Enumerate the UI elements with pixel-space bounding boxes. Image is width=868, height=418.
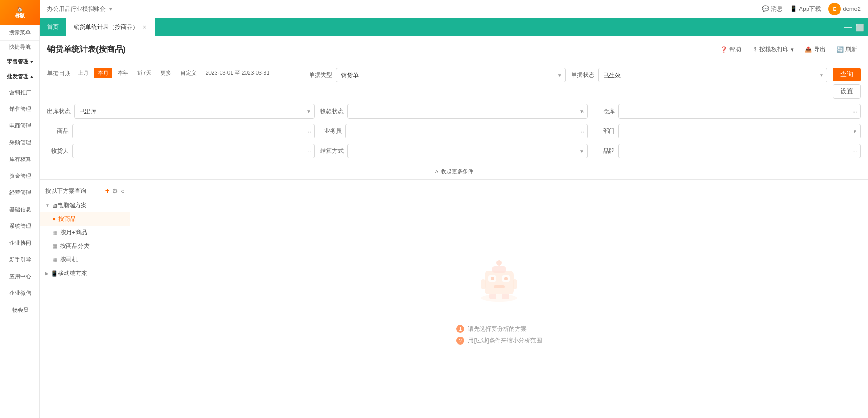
date-tab-this-year[interactable]: 本年 (114, 68, 132, 78)
topbar-app-download[interactable]: 📱 App下载 (790, 5, 821, 13)
scheme-header: 按以下方案查询 + ⚙ « (40, 183, 130, 199)
svg-point-4 (491, 277, 494, 280)
sidebar-item-vip[interactable]: 畅会员 (0, 302, 39, 318)
scheme-group-pc-header[interactable]: ▼ 🖥 电脑端方案 (40, 199, 130, 212)
scheme-group-pc: ▼ 🖥 电脑端方案 ● 按商品 ▦ 按月+商品 (40, 199, 130, 266)
date-tab-last-month[interactable]: 上月 (74, 68, 92, 78)
scheme-panel: 按以下方案查询 + ⚙ « ▼ 🖥 电脑端方案 (40, 180, 130, 418)
sidebar-item-basic[interactable]: 基础信息 (0, 201, 39, 218)
tab-sales-stats[interactable]: 销货单统计表（按商品） × (66, 18, 155, 36)
payment-status-dots[interactable]: ··· (579, 108, 584, 115)
scheme-item-by-category-icon: ▦ (52, 243, 57, 249)
help-btn[interactable]: ❓ 帮助 (717, 43, 745, 55)
template-print-label: 按模板打印 (760, 45, 789, 53)
sidebar-item-ecommerce[interactable]: 电商管理 (0, 118, 39, 134)
whole-page: 销货单统计表(按商品) ❓ 帮助 🖨 按模板打印 ▾ 📤 导出 (40, 36, 868, 418)
receiver-input[interactable] (72, 144, 315, 158)
tip-text-2: 用[过滤]条件来缩小分析范围 (468, 337, 542, 345)
date-range-display: 2023-03-01 至 2023-03-31 (206, 69, 269, 77)
svg-point-0 (481, 294, 517, 302)
topbar-dropdown[interactable]: ▾ (109, 6, 112, 12)
collapse-label: ∧ 收起更多条件 (434, 168, 473, 175)
empty-tips: 1 请先选择要分析的方案 2 用[过滤]条件来缩小分析范围 (456, 325, 542, 345)
doc-status-select[interactable]: 已生效 (598, 68, 827, 82)
svg-rect-6 (494, 285, 505, 288)
sidebar-item-operations[interactable]: 经营管理 (0, 185, 39, 201)
username-label: demo2 (843, 5, 861, 12)
tab-close-sales-stats[interactable]: × (142, 23, 147, 31)
sidebar-item-enterprise[interactable]: 企业协同 (0, 235, 39, 252)
scheme-item-by-driver-icon: ▦ (52, 256, 57, 263)
sidebar-item-wechat[interactable]: 企业微信 (0, 285, 39, 302)
topbar: 办公用品行业模拟账套 ▾ 💬 消息 📱 App下载 E demo2 (40, 0, 868, 18)
logo[interactable]: 🏠 标版 (0, 0, 40, 25)
svg-rect-12 (502, 294, 509, 299)
topbar-user[interactable]: E demo2 (828, 3, 861, 15)
tip-number-2: 2 (456, 337, 464, 345)
brand-input[interactable] (618, 144, 861, 158)
date-tab-this-month[interactable]: 本月 (94, 68, 112, 78)
topbar-left: 办公用品行业模拟账套 ▾ (47, 5, 112, 13)
salesperson-input[interactable] (345, 124, 588, 138)
payment-status-input[interactable] (347, 104, 588, 119)
export-label: 导出 (814, 45, 826, 53)
date-tab-7days[interactable]: 近7天 (134, 68, 155, 78)
avatar: E (828, 3, 841, 15)
brand-dots[interactable]: ··· (852, 148, 857, 155)
department-select[interactable] (618, 124, 861, 138)
scheme-item-by-category[interactable]: ▦ 按商品分类 (40, 239, 130, 253)
filter-area: 单据日期 上月 本月 本年 近7天 更多 自定义 (40, 61, 868, 180)
tab-sales-stats-label: 销货单统计表（按商品） (74, 23, 138, 31)
query-btn[interactable]: 查询 (833, 68, 861, 81)
doc-type-select[interactable]: 销货单 (336, 68, 565, 82)
sidebar-item-system[interactable]: 系统管理 (0, 218, 39, 235)
sidebar-quicknav-label[interactable]: 快捷导航 (9, 44, 31, 50)
sidebar-search-label[interactable]: 搜索菜单 (9, 29, 31, 36)
goods-input[interactable] (72, 124, 315, 138)
warehouse-input[interactable] (618, 104, 861, 119)
sidebar-item-newguide[interactable]: 新手引导 (0, 252, 39, 268)
sidebar-item-marketing[interactable]: 营销推广 (0, 84, 39, 101)
receiver-dots[interactable]: ··· (306, 148, 311, 155)
app-download-label: App下载 (799, 5, 821, 13)
svg-rect-9 (481, 279, 486, 289)
page-header-area: 销货单统计表(按商品) ❓ 帮助 🖨 按模板打印 ▾ 📤 导出 (40, 36, 868, 61)
date-tab-custom[interactable]: 自定义 (177, 68, 200, 78)
refresh-btn[interactable]: 🔄 刷新 (833, 43, 861, 55)
tabbar-right-icons: — ⬜ (844, 23, 868, 32)
sidebar-item-retail[interactable]: 零售管理 ▼ (0, 54, 39, 69)
tab-minimize-icon[interactable]: — (844, 23, 852, 31)
topbar-message[interactable]: 💬 消息 (762, 5, 783, 13)
sidebar-item-finance[interactable]: 资金管理 (0, 168, 39, 185)
top-actions: ❓ 帮助 🖨 按模板打印 ▾ 📤 导出 🔄 刷新 (717, 43, 861, 55)
warehouse-dots[interactable]: ··· (852, 108, 857, 115)
sidebar-item-wholesale[interactable]: 批发管理 ▲ (0, 69, 39, 84)
scheme-item-by-driver[interactable]: ▦ 按司机 (40, 253, 130, 266)
salesperson-dots[interactable]: ··· (579, 128, 584, 135)
payment-method-select[interactable] (347, 144, 588, 158)
scheme-item-by-goods[interactable]: ● 按商品 (40, 212, 130, 226)
refresh-label: 刷新 (845, 45, 857, 53)
goods-dots[interactable]: ··· (306, 128, 311, 135)
warehouse-status-select[interactable]: 已出库 (74, 104, 315, 119)
sidebar-item-appcenter[interactable]: 应用中心 (0, 268, 39, 285)
settings-btn[interactable]: 设置 (833, 84, 861, 99)
date-tab-more[interactable]: 更多 (157, 68, 175, 78)
scheme-settings-icon[interactable]: ⚙ (112, 187, 118, 195)
sidebar-item-sales[interactable]: 销售管理 (0, 101, 39, 118)
sidebar-search-section: 搜索菜单 (0, 25, 39, 41)
print-dropdown-icon[interactable]: ▾ (791, 46, 794, 53)
scheme-add-icon[interactable]: + (105, 187, 109, 195)
sidebar: 🏠 标版 搜索菜单 快捷导航 零售管理 ▼ 批发管理 ▲ 营销推广 销售管理 电… (0, 0, 40, 418)
sidebar-item-purchase[interactable]: 采购管理 (0, 134, 39, 151)
export-btn[interactable]: 📤 导出 (801, 43, 829, 55)
collapse-btn[interactable]: ∧ 收起更多条件 (47, 164, 861, 179)
scheme-group-mobile-header[interactable]: ▶ 📱 移动端方案 (40, 266, 130, 280)
tab-home[interactable]: 首页 (40, 18, 66, 36)
help-label: 帮助 (729, 45, 741, 53)
sidebar-item-inventory[interactable]: 库存核算 (0, 151, 39, 168)
tab-maximize-icon[interactable]: ⬜ (855, 23, 864, 32)
scheme-collapse-icon[interactable]: « (121, 187, 124, 195)
scheme-item-by-month-goods[interactable]: ▦ 按月+商品 (40, 226, 130, 239)
template-print-btn[interactable]: 🖨 按模板打印 ▾ (748, 43, 797, 55)
